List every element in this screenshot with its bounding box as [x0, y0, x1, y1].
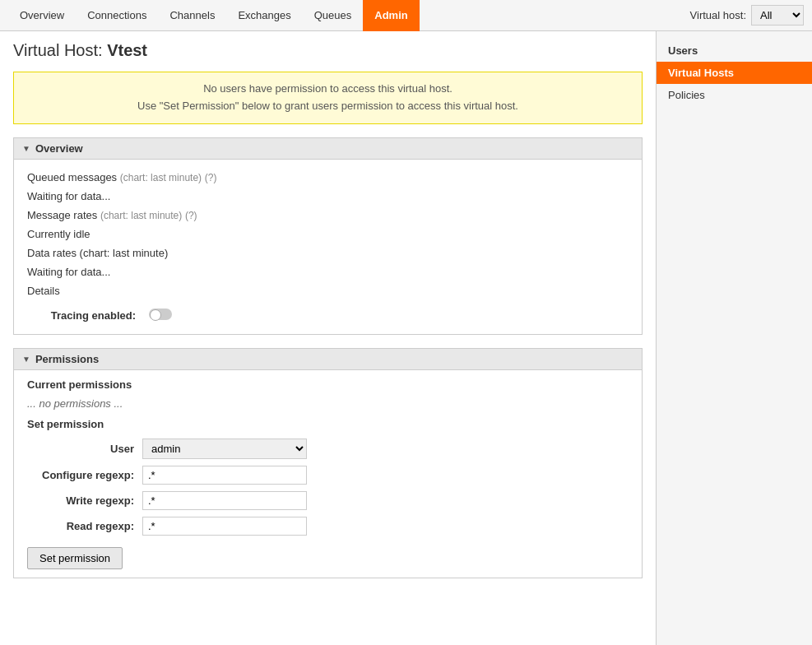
user-label: User: [27, 443, 134, 455]
nav-admin[interactable]: Admin: [363, 0, 419, 31]
overview-label: Overview: [35, 142, 83, 155]
no-permissions-text: ... no permissions ...: [27, 394, 629, 418]
waiting-data-2-row: Waiting for data...: [27, 262, 629, 281]
read-regexp-label: Read regexp:: [27, 520, 134, 532]
page-title: Virtual Host: Vtest: [13, 41, 643, 60]
permissions-label: Permissions: [35, 353, 99, 365]
content-area: Virtual Host: Vtest No users have permis…: [0, 31, 656, 645]
message-rates-help[interactable]: (?): [185, 210, 197, 221]
warning-box: No users have permission to access this …: [13, 72, 643, 124]
details-label: Details: [27, 285, 60, 297]
read-regexp-form-row: Read regexp:: [27, 517, 629, 536]
virtual-host-selector: Virtual host: All Vtest: [690, 5, 804, 26]
data-rates-label: Data rates (chart: last minute): [27, 247, 168, 259]
set-permission-label: Set permission: [27, 418, 629, 430]
configure-regexp-input[interactable]: [142, 466, 307, 485]
queued-messages-chart[interactable]: (chart: last minute): [120, 172, 202, 183]
configure-regexp-form-row: Configure regexp:: [27, 466, 629, 485]
currently-idle-row: Currently idle: [27, 225, 629, 244]
message-rates-chart[interactable]: (chart: last minute): [100, 210, 182, 221]
queued-messages-row: Queued messages (chart: last minute) (?): [27, 168, 629, 187]
overview-section-header[interactable]: ▼ Overview: [13, 137, 643, 160]
permissions-chevron-icon: ▼: [22, 355, 30, 364]
top-nav: Overview Connections Channels Exchanges …: [0, 0, 812, 31]
main-container: Virtual Host: Vtest No users have permis…: [0, 31, 812, 645]
overview-chevron-icon: ▼: [22, 144, 30, 153]
queued-messages-help[interactable]: (?): [205, 172, 217, 183]
waiting-data-1-row: Waiting for data...: [27, 187, 629, 206]
right-sidebar: Users Virtual Hosts Policies: [656, 31, 812, 645]
read-regexp-input[interactable]: [142, 517, 307, 536]
user-form-row: User admin: [27, 439, 629, 459]
nav-connections[interactable]: Connections: [76, 0, 158, 31]
sidebar-users-title: Users: [657, 39, 812, 62]
details-table: Tracing enabled:: [27, 305, 629, 326]
write-regexp-input[interactable]: [142, 491, 307, 510]
permissions-section-header[interactable]: ▼ Permissions: [13, 348, 643, 370]
tracing-row: Tracing enabled:: [27, 305, 629, 326]
data-rates-row: Data rates (chart: last minute): [27, 244, 629, 262]
tracing-toggle-cell: [142, 305, 629, 326]
user-select[interactable]: admin: [142, 439, 307, 459]
set-permission-button[interactable]: Set permission: [27, 547, 123, 569]
virtual-host-label: Virtual host:: [690, 9, 746, 21]
overview-section-body: Queued messages (chart: last minute) (?)…: [13, 160, 643, 335]
virtual-host-select[interactable]: All Vtest: [751, 5, 804, 26]
write-regexp-label: Write regexp:: [27, 494, 134, 507]
nav-queues[interactable]: Queues: [303, 0, 364, 31]
tracing-toggle[interactable]: [149, 309, 172, 320]
warning-line1: No users have permission to access this …: [27, 81, 629, 98]
nav-exchanges[interactable]: Exchanges: [226, 0, 302, 31]
warning-line2: Use "Set Permission" below to grant user…: [27, 98, 629, 115]
waiting-data-1: Waiting for data...: [27, 190, 110, 202]
tracing-label: Tracing enabled:: [27, 305, 142, 326]
nav-channels[interactable]: Channels: [158, 0, 226, 31]
sidebar-item-virtual-hosts[interactable]: Virtual Hosts: [657, 62, 812, 84]
sidebar-item-policies[interactable]: Policies: [657, 84, 812, 106]
waiting-data-2: Waiting for data...: [27, 266, 110, 278]
write-regexp-form-row: Write regexp:: [27, 491, 629, 510]
permissions-section-body: Current permissions ... no permissions .…: [13, 370, 643, 578]
currently-idle-text: Currently idle: [27, 228, 90, 240]
message-rates-label: Message rates: [27, 209, 97, 221]
current-permissions-label: Current permissions: [27, 378, 629, 391]
nav-overview[interactable]: Overview: [8, 0, 76, 31]
configure-regexp-label: Configure regexp:: [27, 469, 134, 481]
queued-messages-label: Queued messages: [27, 171, 117, 183]
details-row: Details: [27, 281, 629, 300]
message-rates-row: Message rates (chart: last minute) (?): [27, 206, 629, 225]
